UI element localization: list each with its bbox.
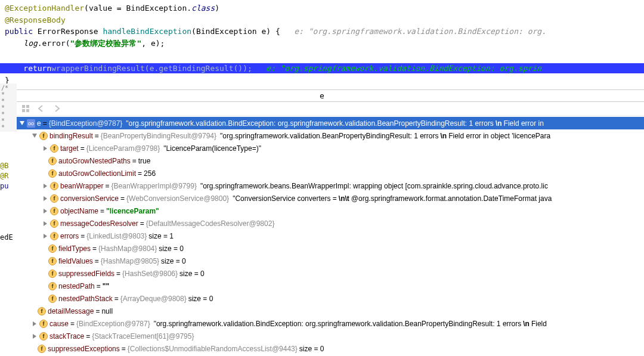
collapse-arrow-icon[interactable] <box>42 233 48 239</box>
code-editor-tail[interactable]: } <box>0 73 644 89</box>
field-icon: f <box>38 345 46 353</box>
field-icon: f <box>50 144 58 153</box>
code-line-close[interactable]: } <box>5 75 639 86</box>
expand-arrow-icon[interactable] <box>19 120 25 126</box>
tree-node[interactable]: f fieldValues = {HashMap@9805} size = 0 <box>17 255 644 267</box>
tree-node[interactable]: f errors = {LinkedList@9803} size = 1 <box>17 230 644 242</box>
field-icon: f <box>48 244 57 253</box>
collapse-arrow-icon[interactable] <box>32 321 38 327</box>
field-icon: f <box>50 194 58 203</box>
field-icon: f <box>48 295 57 303</box>
escape-seq: \n <box>496 119 502 128</box>
code-line-4[interactable]: log.error("参数绑定校验异常", e); <box>5 38 639 49</box>
editor-sidebar-stub: @B @R pu edE <box>0 161 16 243</box>
field-icon: f <box>48 157 57 165</box>
type-label: {BindException@9787} <box>49 119 123 128</box>
tree-node[interactable]: f suppressedFields = {HashSet@9806} size… <box>17 267 644 280</box>
back-arrow-icon[interactable] <box>37 104 45 113</box>
tree-node[interactable]: f nestedPath = "" <box>17 280 644 292</box>
tree-node[interactable]: f bindingResult = {BeanPropertyBindingRe… <box>17 129 644 142</box>
field-icon: f <box>50 182 58 190</box>
variable-separator: e <box>0 89 644 101</box>
field-icon: f <box>50 207 58 215</box>
svg-text:oo: oo <box>28 120 34 126</box>
collapse-arrow-icon[interactable] <box>42 146 48 151</box>
collapse-arrow-icon[interactable] <box>42 208 48 214</box>
debug-panel: oo e = {BindException@9787} "org.springf… <box>17 101 644 356</box>
tree-node[interactable]: f cause = {BindException@9787} "org.spri… <box>17 317 644 330</box>
field-icon: f <box>50 232 58 240</box>
equals-op: = <box>43 119 47 128</box>
field-icon: f <box>48 282 57 290</box>
code-line-2[interactable]: @ResponseBody <box>5 14 639 26</box>
code-line-3[interactable]: public ErrorResponse handleBindException… <box>5 26 639 38</box>
code-line-1[interactable]: @ExceptionHandler(value = BindException.… <box>5 2 639 14</box>
field-icon: f <box>48 270 57 278</box>
tree-node[interactable]: f target = {LicenceParam@9798} "LicenceP… <box>17 142 644 154</box>
tree-node[interactable]: f messageCodesResolver = {DefaultMessage… <box>17 217 644 230</box>
field-icon: f <box>48 257 57 265</box>
type-label: {BeanPropertyBindingResult@9794} <box>101 132 216 140</box>
forward-arrow-icon[interactable] <box>52 104 61 113</box>
tree-node[interactable]: f autoGrowNestedPaths = true <box>17 154 644 167</box>
svg-rect-1 <box>26 105 29 108</box>
tree-node-root[interactable]: oo e = {BindException@9787} "org.springf… <box>17 117 644 129</box>
field-icon: f <box>39 320 48 328</box>
tree-node[interactable]: f detailMessage = null <box>17 305 644 317</box>
collapse-arrow-icon[interactable] <box>42 183 48 189</box>
tree-node[interactable]: f fieldTypes = {HashMap@9804} size = 0 <box>17 242 644 255</box>
tree-node[interactable]: f nestedPathStack = {ArrayDeque@9808} si… <box>17 292 644 305</box>
field-icon: f <box>50 219 58 228</box>
tree-node[interactable]: f suppressedExceptions = {Collections$Un… <box>17 342 644 355</box>
tree-node[interactable]: f autoGrowCollectionLimit = 256 <box>17 167 644 179</box>
debug-toolbar <box>17 102 644 116</box>
variables-tree[interactable]: oo e = {BindException@9787} "org.springf… <box>17 116 644 356</box>
value-text: Field error in <box>504 119 544 128</box>
execution-point-line[interactable]: return wrapperBindingResult(e.getBinding… <box>0 63 644 73</box>
tree-node[interactable]: f objectName = "licenceParam" <box>17 205 644 217</box>
field-icon: f <box>48 169 57 178</box>
var-name: e <box>37 119 41 128</box>
object-icon: oo <box>27 119 35 128</box>
svg-rect-3 <box>26 109 29 112</box>
collapse-arrow-icon[interactable] <box>32 333 38 339</box>
code-editor[interactable]: @ExceptionHandler(value = BindException.… <box>0 0 644 63</box>
value-text: "org.springframework.validation.BeanProp… <box>220 132 438 140</box>
grid-icon[interactable] <box>21 104 30 113</box>
field-icon: f <box>39 332 48 340</box>
svg-rect-2 <box>22 109 25 112</box>
collapse-arrow-icon[interactable] <box>42 196 48 202</box>
editor-gutter: /* * * * * * * <box>0 83 17 132</box>
expand-arrow-icon[interactable] <box>32 133 38 139</box>
tree-node[interactable]: f beanWrapper = {BeanWrapperImpl@9799} "… <box>17 179 644 192</box>
value-text: "org.springframework.validation.BindExce… <box>126 119 494 128</box>
svg-rect-0 <box>22 105 25 108</box>
field-icon: f <box>38 307 46 315</box>
tree-node[interactable]: f stackTrace = {StackTraceElement[61]@97… <box>17 330 644 342</box>
field-icon: f <box>39 132 48 140</box>
var-name: bindingResult <box>49 132 93 140</box>
tree-node[interactable]: f conversionService = {WebConversionServ… <box>17 192 644 205</box>
collapse-arrow-icon[interactable] <box>42 221 48 227</box>
code-line-blank[interactable] <box>5 49 639 61</box>
